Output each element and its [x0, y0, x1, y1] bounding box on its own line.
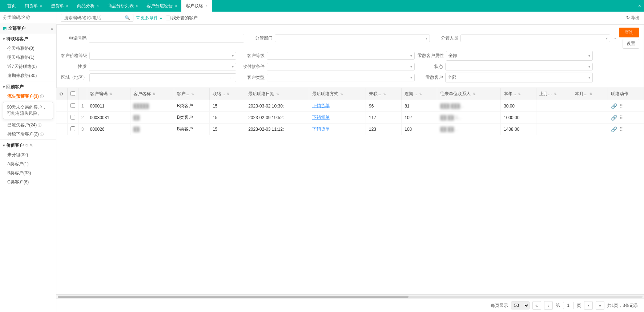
tab-close-purchase[interactable]: × [66, 4, 68, 8]
td-checkbox-2[interactable] [67, 123, 78, 135]
filter-nature-select[interactable]: ▾ [89, 63, 236, 70]
tab-sales[interactable]: 销货单 × [20, 0, 47, 12]
tab-customer-layer[interactable]: 客户分层经营 × [142, 0, 181, 12]
td-checkbox-0[interactable] [67, 100, 78, 112]
link-icon-1[interactable]: 🔗 [611, 115, 617, 121]
filter-price-level-select[interactable]: ▾ [89, 52, 236, 60]
th-this-month[interactable]: 本月... ⇅ [572, 88, 608, 100]
th-uncontact[interactable]: 未联... ⇅ [366, 88, 402, 100]
tab-close-customer-connect[interactable]: × [205, 4, 208, 8]
tab-home[interactable]: 首页 [3, 0, 20, 12]
th-last-month[interactable]: 上月... ⇅ [536, 88, 572, 100]
value-group-icons[interactable]: ↻ ✎ [25, 143, 33, 148]
filter-region-more[interactable]: ··· [230, 75, 234, 80]
info-icon[interactable]: ⓘ [40, 94, 44, 99]
more-icon-1[interactable]: ⠿ [619, 115, 623, 121]
filter-search-icon[interactable]: 🔍 [125, 15, 130, 20]
more-conditions-button[interactable]: ▽ 更多条件 ▲ [136, 15, 163, 21]
sidebar-search-input[interactable] [3, 15, 56, 20]
page-number-input[interactable] [563, 302, 574, 309]
th-settings[interactable]: ⚙ [56, 88, 67, 100]
my-customers-checkbox[interactable]: 我分管的客户 [166, 15, 198, 21]
sidebar-item-a-class[interactable]: A类客户(1) [0, 159, 56, 169]
sidebar-item-churn-lost[interactable]: 已流失客户(24) ⓘ [0, 121, 56, 130]
export-button[interactable]: ↻ 导出 [626, 15, 640, 21]
next-page-button[interactable]: › [584, 301, 593, 310]
first-page-button[interactable]: « [532, 301, 541, 310]
prev-page-button[interactable]: ‹ [544, 301, 553, 310]
filter-customer-level-select[interactable]: ▾ [267, 52, 414, 60]
th-code[interactable]: 客户编码 ⇅ [87, 88, 130, 100]
th-unit-contact[interactable]: 往来单位联系人 ⇅ [437, 88, 501, 100]
th-this-year[interactable]: 本年... ⇅ [501, 88, 536, 100]
last-method-link-0[interactable]: 下销货单 [312, 103, 330, 108]
td-last-method-0[interactable]: 下销货单 [309, 100, 366, 112]
filter-zero-customer-select[interactable]: 全部 ▾ [445, 73, 593, 82]
td-checkbox-1[interactable] [67, 112, 78, 123]
chevron-down-icon-zero: ▾ [588, 76, 590, 80]
th-last-date[interactable]: 最后联络日期 ⇅ [245, 88, 309, 100]
sidebar-group-churn[interactable]: ▾ 回购客户 [0, 82, 56, 92]
info-icon-2[interactable]: ⓘ [38, 123, 41, 128]
filter-zero-attr-select[interactable]: 全部 ▾ [446, 51, 593, 61]
filter-person-select[interactable]: ▾ [460, 35, 610, 42]
sidebar-item-today[interactable]: 今天待联络(0) [0, 44, 56, 53]
filter-phone-input[interactable] [89, 34, 244, 42]
more-icon-0[interactable]: ⠿ [619, 103, 623, 109]
last-page-button[interactable]: » [596, 301, 604, 310]
collapse-icon[interactable]: « [51, 26, 53, 31]
horizontal-scrollbar[interactable] [56, 294, 644, 299]
sidebar-group-pending[interactable]: ▾ 待联络客户 [0, 34, 56, 44]
td-last-method-2[interactable]: 下销货单 [309, 123, 366, 135]
sidebar-item-churn-down[interactable]: 持续下滑客户(2) ⓘ [0, 130, 56, 139]
filter-payment-select[interactable]: ▾ [267, 63, 414, 70]
sidebar-item-churn-warning[interactable]: 流失预警客户(3) ⓘ [0, 92, 56, 101]
sidebar-item-unsorted[interactable]: 未分组(32) [0, 150, 56, 159]
th-contact[interactable]: 联络... ⇅ [209, 88, 245, 100]
filter-more-dots-1[interactable]: ··· [612, 36, 616, 41]
sidebar-item-c-class[interactable]: C类客户(6) [0, 178, 56, 187]
filter-dept-select[interactable]: ▾ [275, 35, 430, 42]
tab-purchase[interactable]: 进货单 × [47, 0, 73, 12]
last-method-link-1[interactable]: 下销货单 [312, 115, 330, 120]
filter-status-select[interactable]: ▾ [445, 63, 593, 70]
sidebar-all-customers[interactable]: ⊞ 全部客户 « [0, 23, 56, 34]
sidebar-item-tomorrow[interactable]: 明天待联络(1) [0, 53, 56, 62]
last-method-link-2[interactable]: 下销货单 [312, 126, 330, 131]
query-button[interactable]: 查询 [619, 28, 639, 37]
info-icon-3[interactable]: ⓘ [40, 132, 44, 137]
filter-region-select[interactable]: ··· [89, 73, 236, 82]
th-overdue[interactable]: 逾期... ⇅ [402, 88, 437, 100]
per-page-select[interactable]: 50 100 200 [511, 301, 530, 309]
filter-customer-type-select[interactable]: ▾ [267, 74, 414, 81]
settings-button[interactable]: 设置 [623, 39, 639, 49]
sidebar-item-b-class[interactable]: B类客户(33) [0, 169, 56, 178]
scroll-track[interactable] [58, 296, 643, 298]
link-icon-0[interactable]: 🔗 [611, 103, 617, 109]
tab-close-customer-layer[interactable]: × [175, 4, 177, 8]
select-all-checkbox[interactable] [71, 91, 75, 96]
th-type[interactable]: 客户... ⇅ [174, 88, 209, 100]
row-checkbox-1[interactable] [71, 115, 75, 119]
tab-customer-connect[interactable]: 客户联络 × [181, 0, 212, 12]
tab-close-analysis[interactable]: × [97, 4, 99, 8]
row-checkbox-0[interactable] [71, 103, 75, 108]
sidebar-group-value[interactable]: ▾ 价值客户 ↻ ✎ [0, 141, 56, 150]
more-icon-2[interactable]: ⠿ [619, 126, 623, 132]
my-customers-check[interactable] [166, 16, 170, 20]
td-last-month-2 [536, 123, 572, 135]
link-icon-2[interactable]: 🔗 [611, 126, 617, 132]
scroll-thumb[interactable] [58, 296, 408, 298]
filter-search-input[interactable] [64, 15, 123, 20]
row-checkbox-2[interactable] [71, 126, 75, 131]
tab-analysis-list[interactable]: 商品分析列表 × [103, 0, 142, 12]
th-last-method[interactable]: 最后联络方式 ⇅ [309, 88, 366, 100]
tab-analysis[interactable]: 商品分析 × [73, 0, 103, 12]
tab-close-analysis-list[interactable]: × [136, 4, 138, 8]
td-last-method-1[interactable]: 下销货单 [309, 112, 366, 123]
sidebar-item-7days[interactable]: 近7天待联络(0) [0, 62, 56, 71]
th-name[interactable]: 客户名称 ⇅ [130, 88, 174, 100]
sidebar-item-overdue[interactable]: 逾期未联络(30) [0, 71, 56, 80]
tab-close-sales[interactable]: × [40, 4, 42, 8]
window-close-button[interactable]: × [638, 3, 641, 9]
